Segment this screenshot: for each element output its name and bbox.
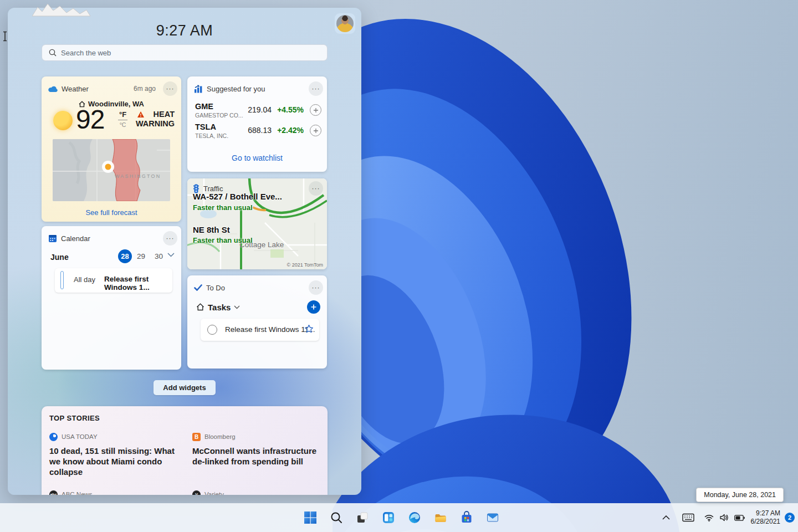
tray-date: 6/28/2021 bbox=[751, 518, 780, 525]
weather-widget[interactable]: Weather 6m ago ··· Woodinville, WA 92 °F… bbox=[42, 76, 181, 222]
calendar-widget[interactable]: Calendar ··· June 28 29 30 All day Relea… bbox=[42, 226, 181, 370]
warning-icon bbox=[137, 111, 145, 118]
traffic-route-2: NE 8th St bbox=[193, 225, 230, 234]
article-source: USA TODAY bbox=[62, 433, 98, 440]
clock-tray[interactable]: 9:27 AM 6/28/2021 bbox=[749, 507, 782, 528]
add-widgets-button[interactable]: Add widgets bbox=[154, 380, 216, 395]
calendar-title: Calendar bbox=[61, 234, 90, 243]
search-icon bbox=[330, 511, 342, 524]
panel-clock: 9:27 AM bbox=[8, 22, 361, 39]
text-cursor bbox=[2, 31, 8, 42]
task-view-icon bbox=[356, 511, 369, 524]
microsoft-store-icon bbox=[460, 511, 473, 524]
weather-menu-button[interactable]: ··· bbox=[163, 81, 177, 96]
calendar-menu-button[interactable]: ··· bbox=[163, 231, 177, 245]
touch-keyboard-icon bbox=[682, 513, 694, 522]
event-title: Release first Windows 1... bbox=[104, 275, 172, 291]
widgets-panel: 9:27 AM Weather 6m ago ··· bbox=[8, 8, 361, 495]
traffic-menu-button[interactable]: ··· bbox=[309, 181, 323, 196]
file-explorer-icon bbox=[434, 511, 447, 524]
todo-task-item[interactable]: Release first Windows 11... bbox=[201, 319, 319, 341]
top-stories-title: TOP STORIES bbox=[49, 414, 100, 422]
stocks-title: Suggested for you bbox=[207, 85, 265, 93]
wifi-icon bbox=[704, 514, 714, 521]
task-title: Release first Windows 11... bbox=[225, 325, 315, 334]
sun-icon bbox=[53, 111, 73, 130]
file-explorer-button[interactable] bbox=[429, 507, 452, 529]
desktop: 9:27 AM Weather 6m ago ··· bbox=[0, 0, 798, 532]
taskbar-search-button[interactable] bbox=[325, 507, 347, 529]
search-input[interactable] bbox=[61, 49, 327, 57]
edge-button[interactable] bbox=[403, 507, 426, 529]
todo-title: To Do bbox=[206, 284, 225, 292]
traffic-route-1: WA-527 / Bothell Eve... bbox=[193, 192, 282, 201]
temperature-value: 92 bbox=[76, 104, 104, 135]
news-article[interactable]: abc ABC News bbox=[49, 489, 93, 495]
calendar-day-29[interactable]: 29 bbox=[137, 252, 145, 260]
calendar-event[interactable]: All day Release first Windows 1... bbox=[55, 268, 172, 293]
calendar-day-28[interactable]: 28 bbox=[118, 249, 132, 263]
profile-button[interactable] bbox=[335, 13, 355, 34]
article-headline[interactable]: 10 dead, 151 still missing: What we know… bbox=[49, 446, 187, 477]
todo-widget[interactable]: To Do ··· Tasks Release first Windows 11… bbox=[187, 275, 327, 369]
star-icon bbox=[304, 324, 314, 334]
mail-button[interactable] bbox=[482, 507, 504, 529]
show-hidden-icons-button[interactable] bbox=[658, 507, 674, 528]
news-article[interactable]: B Bloomberg McConnell wants infrastructu… bbox=[192, 432, 325, 467]
microsoft-store-button[interactable] bbox=[456, 507, 478, 529]
article-headline[interactable]: McConnell wants infrastructure de-linked… bbox=[192, 446, 325, 467]
stock-row-tsla[interactable]: TSLA TESLA, INC. 688.13 +2.42% bbox=[195, 121, 321, 141]
chevron-down-icon[interactable] bbox=[234, 305, 240, 309]
event-color-bar bbox=[60, 271, 64, 289]
todo-menu-button[interactable]: ··· bbox=[309, 280, 323, 295]
home-icon bbox=[196, 303, 204, 311]
go-to-watchlist-link[interactable]: Go to watchlist bbox=[187, 154, 327, 162]
task-star-button[interactable] bbox=[304, 324, 314, 335]
weather-map[interactable]: WASHINGTON bbox=[53, 139, 170, 201]
search-icon bbox=[49, 49, 57, 57]
variety-logo-icon: V bbox=[192, 490, 201, 495]
wallpaper-bloom bbox=[332, 0, 798, 532]
web-search-bar[interactable] bbox=[42, 44, 328, 61]
see-full-forecast-link[interactable]: See full forecast bbox=[42, 208, 181, 217]
article-source: Variety bbox=[204, 491, 224, 495]
calendar-icon bbox=[48, 234, 57, 243]
weather-updated: 6m ago bbox=[134, 85, 156, 93]
battery-icon bbox=[734, 515, 745, 521]
news-article[interactable]: USA TODAY 10 dead, 151 still missing: Wh… bbox=[49, 432, 187, 477]
chevron-down-icon[interactable] bbox=[167, 253, 175, 257]
stocks-menu-button[interactable]: ··· bbox=[309, 81, 323, 96]
stocks-widget[interactable]: Suggested for you ··· GME GAMESTOP CO...… bbox=[187, 76, 327, 172]
traffic-widget[interactable]: Traffic ··· WA-527 / Bothell Eve... Fast… bbox=[187, 178, 327, 269]
todo-list-name[interactable]: Tasks bbox=[208, 303, 231, 312]
weather-map-region-label: WASHINGTON bbox=[115, 173, 161, 179]
event-time: All day bbox=[74, 275, 95, 284]
calendar-day-30[interactable]: 30 bbox=[155, 252, 163, 260]
system-tray-indicators[interactable] bbox=[701, 507, 749, 528]
bloomberg-logo-icon: B bbox=[192, 433, 201, 441]
article-source: ABC News bbox=[62, 491, 93, 495]
add-to-watchlist-button[interactable] bbox=[310, 104, 321, 116]
start-button[interactable] bbox=[299, 507, 321, 529]
todo-check-icon bbox=[194, 284, 202, 291]
article-source: Bloomberg bbox=[204, 433, 236, 440]
calendar-month: June bbox=[50, 253, 69, 262]
task-checkbox[interactable] bbox=[207, 325, 217, 335]
stock-row-gme[interactable]: GME GAMESTOP CO... 219.04 +4.55% bbox=[195, 101, 321, 121]
task-view-button[interactable] bbox=[351, 507, 374, 529]
taskbar: 9:27 AM 6/28/2021 2 bbox=[0, 503, 798, 532]
plus-icon bbox=[310, 304, 317, 310]
weather-cloud-icon bbox=[48, 85, 58, 93]
windows-logo-icon bbox=[304, 511, 317, 524]
traffic-status-1: Faster than usual bbox=[193, 203, 253, 212]
notification-badge[interactable]: 2 bbox=[785, 513, 795, 523]
weather-title: Weather bbox=[62, 85, 89, 93]
add-to-watchlist-button[interactable] bbox=[310, 125, 321, 136]
abcnews-logo-icon: abc bbox=[49, 490, 58, 495]
news-article[interactable]: V Variety bbox=[192, 489, 224, 495]
heat-warning-label: HEAT WARNING bbox=[124, 110, 175, 129]
touch-keyboard-button[interactable] bbox=[678, 507, 699, 528]
add-task-button[interactable] bbox=[307, 300, 320, 314]
widgets-button[interactable] bbox=[377, 507, 400, 529]
volume-icon bbox=[720, 514, 728, 521]
